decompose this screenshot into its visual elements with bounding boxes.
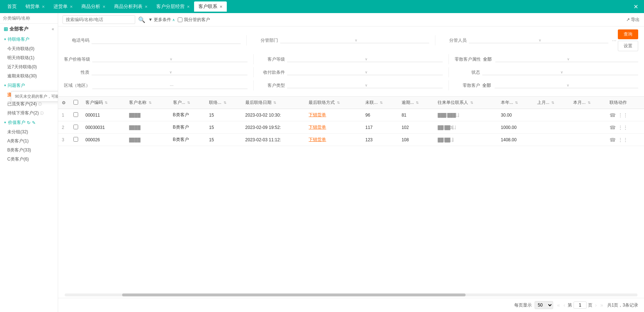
sidebar-item-declining[interactable]: 持续下滑客户(2) ⓘ xyxy=(0,109,58,118)
more-action-icon-3[interactable]: ⋮⋮ xyxy=(618,137,628,143)
row-checkbox-2[interactable] xyxy=(73,125,78,129)
th-checkbox[interactable] xyxy=(70,97,82,109)
th-last-month[interactable]: 上月... ⇅ xyxy=(534,97,570,109)
export-button[interactable]: ↗ 导出 xyxy=(626,17,640,23)
window-close-button[interactable]: ✕ xyxy=(631,3,641,10)
tab-goods-analysis-label: 商品分析 xyxy=(81,3,100,10)
sidebar-item-overdue[interactable]: 逾期未联络(30) xyxy=(0,72,58,81)
page-size-select[interactable]: 50 20 100 xyxy=(535,301,553,309)
th-contact-person[interactable]: 往来单位联系人 ⇅ xyxy=(434,97,497,109)
filter-mine-toggle[interactable]: 我分管的客户 xyxy=(178,17,210,23)
td-method-2[interactable]: 下销货单 xyxy=(305,121,362,134)
td-check-2[interactable] xyxy=(70,121,82,134)
sidebar-group-value-title[interactable]: ▼ 价值客户 ↻ ✎ xyxy=(0,118,58,127)
customer-table: ⚙ 客户编码 ⇅ 客户名称 ⇅ 客户... ⇅ xyxy=(58,97,644,146)
page-number-input[interactable]: 1 xyxy=(573,301,587,309)
tab-goods-analysis[interactable]: 商品分析 ✕ xyxy=(77,1,110,12)
payment-select[interactable]: ∨ xyxy=(287,69,443,75)
th-type[interactable]: 客户... ⇅ xyxy=(169,97,206,109)
tab-purchase[interactable]: 进货单 ✕ xyxy=(49,1,77,12)
query-button[interactable]: 查询 xyxy=(618,29,638,39)
contact-action-icon-1[interactable]: ☎ xyxy=(609,112,616,118)
td-method-1[interactable]: 下销货单 xyxy=(305,109,362,121)
refresh-value-icon[interactable]: ↻ xyxy=(27,120,31,125)
th-overdue[interactable]: 逾期... ⇅ xyxy=(398,97,434,109)
tab-goods-list[interactable]: 商品分析列表 ✕ xyxy=(110,1,152,12)
filter-search-button[interactable]: 🔍 xyxy=(138,16,145,23)
td-check-1[interactable] xyxy=(70,109,82,121)
manager-select[interactable]: ∨ xyxy=(469,37,608,43)
td-check-3[interactable] xyxy=(70,134,82,146)
tab-sales[interactable]: 销货单 ✕ xyxy=(21,1,49,12)
th-name[interactable]: 客户名称 ⇅ xyxy=(125,97,169,109)
scrollbar-thumb[interactable] xyxy=(122,293,466,296)
select-all-checkbox[interactable] xyxy=(73,100,78,105)
cust-type-select[interactable]: ∨ xyxy=(287,82,443,88)
sidebar-search-input[interactable] xyxy=(3,16,57,21)
edit-value-icon[interactable]: ✎ xyxy=(32,120,36,125)
horizontal-scrollbar[interactable] xyxy=(58,292,644,298)
next-page-button[interactable]: › xyxy=(594,302,598,308)
nature-select[interactable]: ∨ xyxy=(92,69,247,75)
sidebar-group-problem-title[interactable]: ▼ 问题客户 xyxy=(0,81,58,90)
tab-home-label: 首页 xyxy=(7,3,17,10)
mine-checkbox[interactable] xyxy=(178,17,182,22)
status-select[interactable]: ∨ xyxy=(482,69,638,75)
manager-more-icon[interactable]: ··· xyxy=(611,37,618,43)
contact-action-icon-3[interactable]: ☎ xyxy=(609,137,616,143)
close-sales-icon[interactable]: ✕ xyxy=(42,5,45,9)
th-contact-count[interactable]: 联络... ⇅ xyxy=(205,97,242,109)
filter-more-button[interactable]: ▼ 更多条件 ∧ xyxy=(148,17,175,23)
last-page-button[interactable]: » xyxy=(599,302,604,308)
row-checkbox-3[interactable] xyxy=(73,137,78,142)
prev-page-button[interactable]: ‹ xyxy=(563,302,567,308)
cust-tier-select[interactable]: ∨ xyxy=(287,56,443,62)
region-select[interactable]: ··· xyxy=(92,82,247,89)
sidebar-item-b-class[interactable]: B类客户(33) xyxy=(0,146,58,155)
th-code[interactable]: 客户编码 ⇅ xyxy=(82,97,125,109)
sidebar-item-a-class[interactable]: A类客户(1) xyxy=(0,137,58,146)
tab-customer-tier[interactable]: 客户分层经营 ✕ xyxy=(152,1,194,12)
th-last-method[interactable]: 最后联络方式 ⇅ xyxy=(305,97,362,109)
th-settings[interactable]: ⚙ xyxy=(58,97,70,109)
sidebar-item-c-class[interactable]: C类客户(6) xyxy=(0,155,58,164)
row-checkbox-1[interactable] xyxy=(73,112,78,117)
filter-search-input[interactable] xyxy=(63,15,135,24)
zero-customer-select[interactable]: ∨ xyxy=(495,82,638,88)
sidebar-group-pending-title[interactable]: ▼ 待联络客户 xyxy=(0,35,58,44)
more-action-icon-1[interactable]: ⋮⋮ xyxy=(618,112,628,118)
sidebar-item-7days[interactable]: 近7天待联络(0) xyxy=(0,62,58,72)
tab-customer-contact[interactable]: 客户联系 ✕ xyxy=(194,1,227,12)
method-link-2[interactable]: 下销货单 xyxy=(309,125,326,130)
method-link-3[interactable]: 下销货单 xyxy=(309,137,326,142)
close-customer-contact-icon[interactable]: ✕ xyxy=(220,5,222,9)
tab-home[interactable]: 首页 xyxy=(3,1,21,12)
zero-attr-select[interactable]: ∨ xyxy=(495,56,638,62)
sidebar-item-tomorrow[interactable]: 明天待联络(1) xyxy=(0,53,58,62)
dept-select[interactable]: ∨ xyxy=(280,37,429,43)
setting-button[interactable]: 设置 xyxy=(618,41,638,51)
sidebar-item-ungrouped[interactable]: 未分组(32) xyxy=(0,127,58,137)
th-current-year[interactable]: 本年... ⇅ xyxy=(497,97,534,109)
region-more-icon[interactable]: ··· xyxy=(168,83,246,88)
table-row: 1 000011 ████ B类客户 15 2023-03-02 10:30: … xyxy=(58,109,644,121)
sidebar-collapse-icon[interactable]: « xyxy=(52,27,54,32)
first-page-button[interactable]: « xyxy=(556,302,561,308)
close-goods-list-icon[interactable]: ✕ xyxy=(145,5,148,9)
td-code-1: 000011 xyxy=(82,109,125,121)
price-tier-select[interactable]: ∨ xyxy=(92,56,247,62)
close-purchase-icon[interactable]: ✕ xyxy=(70,5,73,9)
sidebar-item-today[interactable]: 今天待联络(0) xyxy=(0,44,58,53)
td-method-3[interactable]: 下销货单 xyxy=(305,134,362,146)
th-unlisted[interactable]: 未联... ⇅ xyxy=(362,97,398,109)
close-goods-analysis-icon[interactable]: ✕ xyxy=(102,5,105,9)
more-action-icon-2[interactable]: ⋮⋮ xyxy=(618,125,628,130)
phone-input[interactable] xyxy=(92,37,241,44)
sidebar-all-customers[interactable]: ⊞ 全部客户 « xyxy=(0,24,58,35)
td-date-3: 2023-02-03 11:12: xyxy=(242,134,305,146)
close-customer-tier-icon[interactable]: ✕ xyxy=(187,5,190,9)
contact-action-icon-2[interactable]: ☎ xyxy=(609,125,616,130)
method-link-1[interactable]: 下销货单 xyxy=(309,112,326,117)
th-last-date[interactable]: 最后联络日期 ⇅ xyxy=(242,97,305,109)
th-this-month[interactable]: 本月... ⇅ xyxy=(569,97,606,109)
